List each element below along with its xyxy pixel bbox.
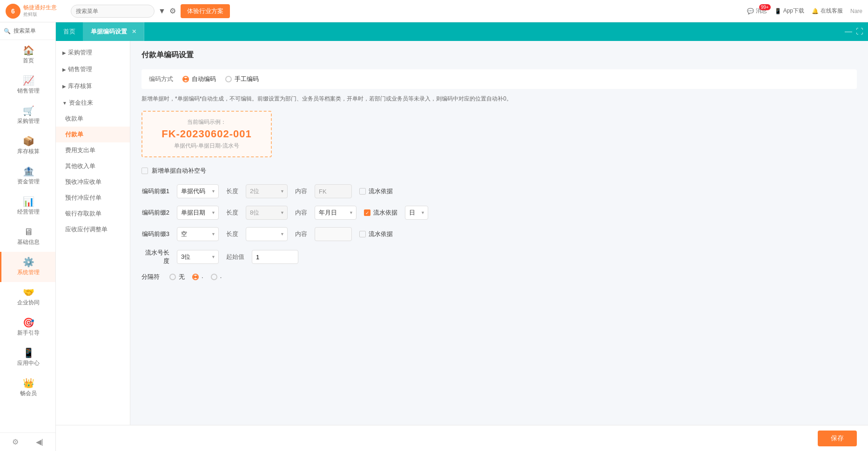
radio-manual-encode[interactable]: 手工编码 <box>225 75 259 83</box>
sec-menu-item-payment[interactable]: 付款单 <box>56 127 130 142</box>
notice-text: 新增单据时，*单据编码*自动生成，不可编辑。前缀设置为部门、业务员等档案类，开单… <box>141 94 857 103</box>
sec-menu-sales-label: 销售管理 <box>68 65 92 74</box>
prefix-row-2: 编码前缀2 单据日期 长度 8位 内容 年月日 ✓ 流水依据 日 <box>141 206 857 220</box>
content-wrapper: ▶ 采购管理 ▶ 销售管理 ▶ 库存核算 <box>56 41 868 425</box>
prefix3-content-input[interactable] <box>315 227 352 241</box>
sec-menu-item-adjustment[interactable]: 应收应付调整单 <box>56 222 130 237</box>
sidebar-item-finance[interactable]: 🏦 资金管理 <box>0 161 55 191</box>
sidebar-item-label-operations: 经营管理 <box>17 208 40 216</box>
prefix1-stream-checkbox[interactable]: 流水依据 <box>359 187 393 195</box>
arrow-funds: ▼ <box>62 101 67 106</box>
online-service-btn[interactable]: 🔔 在线客服 <box>812 7 843 15</box>
main-area: 首页 单据编码设置 ✕ — ⛶ ▶ 采购管理 <box>56 22 868 451</box>
auto-fill-checkbox[interactable] <box>141 168 148 174</box>
sec-menu-purchase[interactable]: ▶ 采购管理 <box>56 45 130 61</box>
system-icon: ⚙️ <box>23 257 34 267</box>
radio-auto-encode[interactable]: 自动编码 <box>182 75 216 83</box>
prefix2-select[interactable]: 单据日期 <box>177 206 219 220</box>
sidebar-collapse-btn[interactable]: ◀| <box>36 438 43 446</box>
prefix3-length-select[interactable] <box>246 227 288 241</box>
radio-manual-label: 手工编码 <box>235 75 259 83</box>
sidebar-item-purchase[interactable]: 🛒 采购管理 <box>0 101 55 131</box>
username: Nare <box>850 8 862 14</box>
prefix2-stream-box: ✓ <box>364 209 370 216</box>
prefix3-stream-checkbox[interactable]: 流水依据 <box>359 230 393 238</box>
sec-menu-item-other-income[interactable]: 其他收入单 <box>56 158 130 174</box>
sec-menu-item-expense[interactable]: 费用支出单 <box>56 142 130 158</box>
tab-home[interactable]: 首页 <box>56 22 83 41</box>
sidebar-item-operations[interactable]: 📊 经营管理 <box>0 191 55 222</box>
sidebar-item-label-system: 系统管理 <box>17 269 40 276</box>
settings-icon[interactable]: ⚙ <box>169 7 176 15</box>
sidebar-item-inventory[interactable]: 📦 库存核算 <box>0 131 55 161</box>
prefix2-stream-checkbox[interactable]: ✓ 流水依据 <box>364 209 397 217</box>
separator-radio-group: 无 · · <box>169 273 222 281</box>
prefix2-length-select[interactable]: 8位 <box>246 206 288 220</box>
sidebar-item-sales[interactable]: 📈 销售管理 <box>0 70 55 101</box>
prefix3-stream-label: 流水依据 <box>369 230 393 238</box>
sidebar-item-label-apps: 应用中心 <box>17 359 40 367</box>
sec-menu-item-advance-payment[interactable]: 预付冲应付单 <box>56 190 130 206</box>
app-download-btn[interactable]: 📱 App下载 <box>774 7 804 15</box>
radio-auto-circle <box>182 76 189 82</box>
sidebar-item-apps[interactable]: 📱 应用中心 <box>0 343 55 373</box>
sidebar-item-guide[interactable]: 🎯 新手引导 <box>0 312 55 343</box>
prefix2-label: 编码前缀2 <box>141 209 169 217</box>
save-button[interactable]: 保存 <box>818 431 857 446</box>
sidebar-item-base[interactable]: 🖥 基础信息 <box>0 222 55 252</box>
app-icon: 📱 <box>774 8 781 14</box>
experience-btn[interactable]: 体验行业方案 <box>181 4 230 18</box>
prefix1-select[interactable]: 单据代码 <box>177 184 219 198</box>
sidebar-item-label-finance: 资金管理 <box>17 178 40 186</box>
serial-length-select[interactable]: 3位 <box>177 250 219 264</box>
sec-menu-item-advance-receipt[interactable]: 预收冲应收单 <box>56 174 130 190</box>
member-icon: 👑 <box>23 378 34 388</box>
sidebar-item-enterprise[interactable]: 🤝 企业协同 <box>0 282 55 312</box>
code-preview-box: 当前编码示例： FK-20230602-001 单据代码-单据日期-流水号 <box>141 111 272 157</box>
base-icon: 🖥 <box>24 227 33 236</box>
sidebar-item-label-base: 基础信息 <box>17 238 40 246</box>
sidebar-item-member[interactable]: 👑 畅会员 <box>0 373 55 403</box>
sidebar-search[interactable]: 🔍 搜索菜单 <box>0 22 55 40</box>
page-title: 付款单编码设置 <box>141 50 857 60</box>
message-btn[interactable]: 💬 消息 99+ <box>747 7 767 15</box>
sec-menu-stock[interactable]: ▶ 库存核算 <box>56 78 130 94</box>
radio-manual-circle <box>225 76 232 82</box>
tab-maximize-btn[interactable]: ⛶ <box>856 27 863 36</box>
sec-menu-item-bank[interactable]: 银行存取款单 <box>56 206 130 222</box>
prefix3-label: 编码前缀3 <box>141 230 169 238</box>
sep-dash[interactable]: · <box>211 274 222 281</box>
sec-menu-funds[interactable]: ▼ 资金往来 <box>56 95 130 111</box>
page-content: 付款单编码设置 编码方式 自动编码 手工编码 <box>130 41 868 425</box>
sidebar-settings-btn[interactable]: ⚙ <box>12 438 19 446</box>
sep-none[interactable]: 无 <box>169 273 185 281</box>
header-dropdown-btn[interactable]: ▼ <box>158 7 166 15</box>
prefix1-length-select[interactable]: 2位 <box>246 184 288 198</box>
sidebar-item-home[interactable]: 🏠 首页 <box>0 40 55 70</box>
sec-menu-item-receipt[interactable]: 收款单 <box>56 111 130 127</box>
inventory-icon: 📦 <box>23 136 34 146</box>
tab-encode-settings[interactable]: 单据编码设置 ✕ <box>83 22 144 41</box>
prefix1-label: 编码前缀1 <box>141 187 169 195</box>
serial-length-label: 流水号长度 <box>141 249 169 265</box>
sales-icon: 📈 <box>23 76 34 85</box>
prefix2-day-select[interactable]: 日 <box>405 206 428 220</box>
sidebar-item-label-purchase: 采购管理 <box>17 117 40 125</box>
sidebar-item-system[interactable]: ⚙️ 系统管理 <box>0 252 55 282</box>
sec-menu-sales[interactable]: ▶ 销售管理 <box>56 61 130 77</box>
start-value-input[interactable] <box>252 250 298 264</box>
prefix2-content-select[interactable]: 年月日 <box>315 206 357 220</box>
prefix-row-3: 编码前缀3 空 长度 内容 流水依据 <box>141 227 857 241</box>
home-icon: 🏠 <box>23 46 34 55</box>
tab-close-icon[interactable]: ✕ <box>132 28 136 35</box>
prefix1-stream-label: 流水依据 <box>369 187 393 195</box>
prefix1-length-label: 长度 <box>226 187 238 195</box>
search-icon: 🔍 <box>4 28 11 34</box>
prefix3-select[interactable]: 空 <box>177 227 219 241</box>
auto-fill-row: 新增单据自动补空号 <box>141 167 857 175</box>
tab-minimize-btn[interactable]: — <box>845 27 852 36</box>
sep-dot[interactable]: · <box>192 274 203 281</box>
separator-label: 分隔符 <box>141 273 162 281</box>
search-input[interactable] <box>71 5 155 18</box>
sec-menu-group-funds: ▼ 资金往来 收款单 付款单 费用支出单 其他收入单 预收冲应收单 预付冲应付单… <box>56 95 130 237</box>
